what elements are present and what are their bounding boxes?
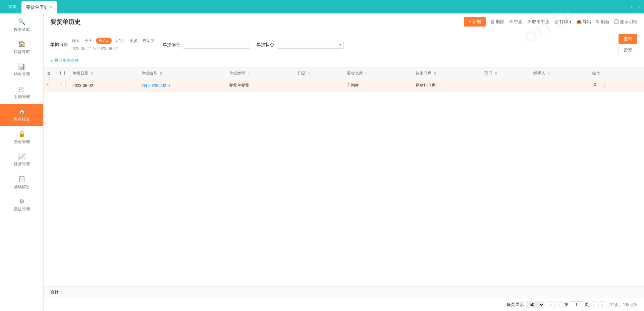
cancel-stop-button[interactable]: ⊘ 取消中止 (527, 19, 549, 25)
col-settings[interactable]: ⚙ (44, 68, 57, 79)
next-page-button[interactable]: › (590, 301, 597, 308)
docnum-input[interactable] (183, 41, 250, 49)
tab-history[interactable]: 要货单历史 × (21, 1, 57, 13)
shortcut-custom[interactable]: 自定义 (141, 38, 156, 44)
stop-icon: ⊘ (509, 19, 513, 24)
docnum-filter-group: 单据编号 (163, 41, 250, 49)
pagination-bar: 每页显示 50 100 200 « ‹ 第 页 › » 共1页，1条记录 (44, 298, 644, 311)
prev-page-button[interactable]: ‹ (556, 301, 563, 308)
delete-button[interactable]: 🗑 删除 (490, 19, 504, 25)
shortcut-more[interactable]: 更多 (128, 38, 139, 44)
query-button[interactable]: 查询 (619, 34, 637, 44)
row-checkbox[interactable] (61, 83, 65, 87)
page-size-select[interactable]: 50 100 200 (526, 301, 544, 308)
cell-doctype: 要货单要货 (226, 79, 294, 92)
setting-button[interactable]: 设置 (619, 46, 637, 55)
content-area: 要货单历史 + 新增 🗑 删除 ⊘ 中止 ⊘ 取消中止 (44, 13, 644, 311)
date-shortcuts: 昨天 今天 近7天 近1月 更多 自定义 (70, 38, 156, 44)
operations-icon: 📈 (18, 153, 25, 160)
cell-docnum[interactable]: YH-20230602-0 (138, 79, 225, 92)
col-store[interactable]: 门店 ⇅ (294, 68, 343, 79)
sort-icon-date: ⇅ (91, 72, 93, 75)
table-header: ⚙ 单据日期 ⇅ 单据编号 ⇅ (44, 68, 644, 79)
shortcut-last1month[interactable]: 近1月 (114, 38, 127, 44)
col-req-warehouse[interactable]: 要货仓库 ⇅ (343, 68, 412, 79)
status-filter-group: 单据状态 ▾ (257, 41, 344, 49)
sort-icon-docnum: ⇅ (160, 72, 162, 75)
main-body: 🔍 搜索菜单 🏠 快捷导航 📊 销售管理 🛒 采购管理 🏠 库存核算 🔒 (0, 13, 644, 311)
chevron-down-icon: ∨ (50, 58, 53, 63)
sidebar-item-inventory[interactable]: 🏠 库存核算 (0, 104, 43, 126)
status-filter-label: 单据状态 (257, 42, 274, 48)
sidebar-item-sales[interactable]: 📊 销售管理 (0, 59, 43, 81)
refresh-button[interactable]: ↻ 刷新 (596, 19, 609, 25)
cell-store (294, 79, 343, 92)
page-title: 要货单历史 (50, 18, 80, 26)
new-button[interactable]: + 新增 (464, 17, 486, 27)
shortcut-yesterday[interactable]: 昨天 (70, 38, 81, 44)
sidebar: 🔍 搜索菜单 🏠 快捷导航 📊 销售管理 🛒 采购管理 🏠 库存核算 🔒 (0, 13, 44, 311)
first-page-button[interactable]: « (547, 301, 555, 308)
sidebar-item-system[interactable]: ⚙ 系统管理 (0, 194, 43, 216)
print-button[interactable]: 🖨 打印 ▾ (554, 19, 572, 25)
status-select[interactable] (277, 41, 344, 49)
docnum-filter-label: 单据编号 (163, 42, 180, 48)
sidebar-item-search[interactable]: 🔍 搜索菜单 (0, 13, 43, 36)
export-button[interactable]: 📤 导出 (576, 19, 591, 25)
col-doctype[interactable]: 单据类型 ⇅ (226, 68, 294, 79)
sidebar-item-finance[interactable]: 🔒 资金管理 (0, 126, 43, 149)
sort-icon-pending-warehouse: ⇅ (434, 72, 436, 75)
tab-home[interactable]: 首页 (3, 0, 21, 13)
shortcut-last7days[interactable]: 近7天 (96, 38, 112, 44)
sidebar-item-basic-info[interactable]: 📋 基础信息 (0, 171, 43, 194)
docnum-link[interactable]: YH-20230602-0 (141, 83, 170, 88)
date-shortcut-group: 昨天 今天 近7天 近1月 更多 自定义 2023-05-27 至 2023-0… (70, 38, 156, 52)
sidebar-item-quick-nav[interactable]: 🏠 快捷导航 (0, 36, 43, 59)
cell-num: 1 (44, 79, 57, 92)
more-action-icon[interactable]: ⋮ (601, 82, 607, 89)
col-date[interactable]: 单据日期 ⇅ (69, 68, 138, 79)
stop-button[interactable]: ⊘ 中止 (509, 19, 523, 25)
filter-row: 单据日期 昨天 今天 近7天 近1月 更多 自定义 2023-05-27 至 2… (50, 34, 637, 55)
col-checkbox (57, 68, 69, 79)
settings-icon: ⚙ (19, 198, 24, 205)
search-icon: 🔍 (18, 18, 25, 26)
col-docnum[interactable]: 单据编号 ⇅ (138, 68, 225, 79)
top-bar-right: － □ × (623, 4, 641, 10)
top-bar: 首页 要货单历史 × － □ × (0, 0, 644, 13)
date-filter-label: 单据日期 (50, 42, 68, 48)
expand-more-button[interactable]: ∨ 展开更多条件 (50, 58, 637, 63)
money-icon: 🔒 (18, 130, 25, 138)
action-icons: 🖹 ⋮ (592, 82, 641, 89)
status-select-wrapper: ▾ (277, 41, 344, 49)
window-maximize[interactable]: □ (632, 4, 634, 9)
window-close[interactable]: × (638, 4, 641, 9)
window-minimize[interactable]: － (623, 4, 628, 10)
view-action-icon[interactable]: 🖹 (592, 82, 599, 89)
shortcut-today[interactable]: 今天 (83, 38, 94, 44)
warehouse-icon: 🏠 (18, 108, 25, 115)
print-dropdown-icon: ▾ (569, 19, 572, 24)
page-summary: 共1页，1条记录 (609, 302, 637, 308)
sidebar-item-purchase[interactable]: 🛒 采购管理 (0, 81, 43, 104)
page-nav: « ‹ 第 页 › » (547, 301, 606, 308)
sidebar-item-operations[interactable]: 📈 经营管理 (0, 149, 43, 171)
select-all-checkbox[interactable] (60, 71, 65, 75)
refresh-icon: ↻ (596, 19, 600, 24)
chart-icon: 📊 (18, 63, 25, 70)
tab-close-icon[interactable]: × (50, 5, 52, 10)
cell-handler (530, 79, 589, 92)
last-page-button[interactable]: » (598, 301, 606, 308)
col-pending-warehouse[interactable]: 待出仓库 ⇅ (412, 68, 481, 79)
table-row: 1 2023-06-02 YH-20230602-0 要货单要货 车间库 (44, 79, 644, 92)
col-handler[interactable]: 经手人 ⇅ (530, 68, 589, 79)
table-footer: 合计： (44, 286, 644, 298)
per-page-group: 每页显示 50 100 200 (506, 301, 544, 308)
page-input[interactable] (570, 301, 583, 308)
cancel-stop-icon: ⊘ (527, 19, 531, 24)
display-detail-toggle[interactable]: 显示明细 (614, 19, 637, 25)
cell-checkbox (57, 79, 69, 92)
print-icon: 🖨 (554, 19, 558, 24)
display-detail-checkbox[interactable] (614, 19, 619, 24)
col-dept[interactable]: 部门 ⇅ (481, 68, 530, 79)
